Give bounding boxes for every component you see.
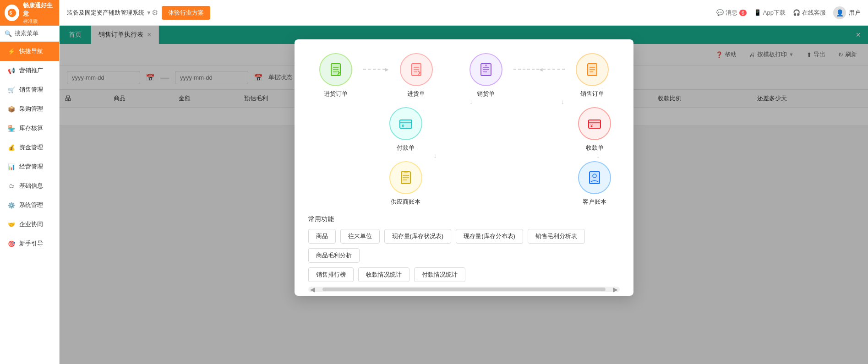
sidebar-item-system[interactable]: ⚙️ 系统管理: [0, 196, 59, 215]
sidebar-item-finance[interactable]: 💰 资金管理: [0, 138, 59, 157]
flow-node-payment-bill[interactable]: ¥ 付款单: [381, 107, 431, 152]
finance-icon: 💰: [7, 143, 16, 152]
common-funcs-section: 常用功能 商品 往来单位 现存量(库存状况表) 现存量(库存分布表) 销售毛利分…: [308, 215, 620, 282]
service-icon: 🎧: [793, 9, 800, 16]
scrollbar-left-arrow[interactable]: ◀: [310, 286, 315, 293]
flow-node-purchase-order[interactable]: 进货订单: [308, 53, 363, 98]
flow-section: 进货订单 ▶: [308, 53, 620, 206]
sidebar-item-purchase[interactable]: 📦 采购管理: [0, 99, 59, 119]
sidebar-item-operation[interactable]: 📊 经营管理: [0, 157, 59, 176]
flow-node-customer-ledger[interactable]: 客户账本: [570, 161, 620, 206]
flow-node-supplier-ledger[interactable]: 供应商账本: [381, 161, 431, 206]
basic-info-icon: 🗂: [7, 182, 16, 190]
sales-bill-icon[interactable]: [469, 53, 502, 86]
func-btn-sales-rank[interactable]: 销售排行榜: [308, 267, 354, 282]
app-download-button[interactable]: 📱 App下载: [754, 9, 786, 17]
flow-node-purchase-bill[interactable]: 进货单: [389, 53, 444, 98]
purchase-order-icon[interactable]: [319, 53, 352, 86]
purchase-icon: 📦: [7, 105, 16, 113]
modal-body: 进货订单 ▶: [295, 39, 633, 296]
flow-node-receipt-bill[interactable]: ¥ 收款单: [570, 107, 620, 152]
sidebar-item-enterprise[interactable]: 🤝 企业协同: [0, 215, 59, 234]
svg-rect-36: [404, 171, 408, 173]
purchase-order-label: 进货订单: [324, 90, 348, 98]
messages-badge: 6: [739, 10, 747, 16]
logo-icon: 6: [5, 5, 19, 21]
sidebar-item-quick-nav[interactable]: ⚡ 快捷导航: [0, 42, 59, 61]
func-btn-stock-status[interactable]: 现存量(库存状况表): [384, 229, 452, 244]
customer-ledger-label: 客户账本: [583, 198, 606, 206]
sidebar-item-sales[interactable]: 🛒 销售管理: [0, 80, 59, 99]
sidebar-item-newbie[interactable]: 🎯 新手引导: [0, 234, 59, 253]
receipt-bill-label: 收款单: [586, 144, 604, 152]
experience-button[interactable]: 体验行业方案: [162, 6, 210, 20]
func-btn-row-1: 商品 往来单位 现存量(库存状况表) 现存量(库存分布表) 销售毛利分析表 商品…: [308, 229, 620, 263]
header: 装备及固定资产辅助管理系统 ▼ ⚙ 体验行业方案 💬 消息 6 📱 App下载 …: [60, 0, 868, 26]
supplier-ledger-label: 供应商账本: [391, 198, 420, 206]
sales-order-icon[interactable]: [576, 53, 609, 86]
common-funcs-title: 常用功能: [308, 215, 620, 223]
func-btn-receipt-stats[interactable]: 收款情况统计: [358, 267, 409, 282]
settings-gear-icon[interactable]: ⚙: [152, 8, 158, 17]
supplier-ledger-icon[interactable]: [389, 161, 422, 194]
payment-bill-label: 付款单: [397, 144, 415, 152]
quick-nav-modal: 进货订单 ▶: [295, 39, 633, 296]
sidebar-nav: ⚡ 快捷导航 📢 营销推广 🛒 销售管理 📦 采购管理 🏪 库存核算 💰 资金管…: [0, 42, 59, 364]
download-icon: 📱: [754, 9, 761, 16]
system-icon: ⚙️: [7, 201, 16, 209]
scrollbar-track[interactable]: [322, 288, 606, 291]
receipt-bill-icon[interactable]: ¥: [578, 107, 611, 140]
svg-rect-17: [485, 65, 487, 66]
purchase-bill-label: 进货单: [407, 90, 425, 98]
operation-icon: 📊: [7, 163, 16, 171]
sidebar: 6 畅康通好生意 标准版 🔍 搜索菜单 ⚡ 快捷导航 📢 营销推广 🛒 销售管理…: [0, 0, 60, 364]
sidebar-item-marketing[interactable]: 📢 营销推广: [0, 61, 59, 80]
svg-text:6: 6: [9, 11, 12, 16]
message-icon: 💬: [716, 9, 724, 16]
system-title-dropdown[interactable]: 装备及固定资产辅助管理系统 ▼: [67, 9, 152, 17]
enterprise-icon: 🤝: [7, 220, 16, 228]
func-btn-product-profit[interactable]: 商品毛利分析: [308, 248, 360, 263]
customer-ledger-icon[interactable]: [578, 161, 611, 194]
marketing-icon: 📢: [7, 66, 16, 75]
modal-scrollbar[interactable]: ◀ ▶: [308, 287, 620, 292]
logo-area: 6 畅康通好生意 标准版: [0, 0, 59, 26]
func-btn-sales-profit[interactable]: 销售毛利分析表: [528, 229, 585, 244]
func-btn-row-2: 销售排行榜 收款情况统计 付款情况统计: [308, 267, 620, 282]
sales-bill-label: 销货单: [477, 90, 495, 98]
avatar: 👤: [833, 6, 846, 19]
sales-order-label: 销售订单: [580, 90, 604, 98]
inventory-icon: 🏪: [7, 124, 16, 132]
sidebar-item-inventory[interactable]: 🏪 库存核算: [0, 119, 59, 138]
svg-text:¥: ¥: [590, 124, 593, 128]
flow-node-sales-order[interactable]: 销售订单: [565, 53, 620, 98]
user-area[interactable]: 👤 用户: [833, 6, 861, 19]
scrollbar-right-arrow[interactable]: ▶: [613, 286, 618, 293]
svg-text:¥: ¥: [402, 124, 404, 128]
sales-icon: 🛒: [7, 86, 16, 94]
search-menu[interactable]: 🔍 搜索菜单: [0, 26, 59, 42]
func-btn-product[interactable]: 商品: [308, 229, 336, 244]
header-actions: 💬 消息 6 📱 App下载 🎧 在线客服 👤 用户: [716, 6, 861, 19]
purchase-bill-icon[interactable]: [400, 53, 433, 86]
quick-nav-icon: ⚡: [7, 47, 16, 55]
logo-text: 畅康通好生意 标准版: [23, 1, 55, 25]
func-btn-stock-dist[interactable]: 现存量(库存分布表): [456, 229, 523, 244]
online-service-button[interactable]: 🎧 在线客服: [793, 9, 826, 17]
messages-button[interactable]: 💬 消息 6: [716, 9, 747, 17]
func-btn-payment-stats[interactable]: 付款情况统计: [414, 267, 465, 282]
flow-node-sales-bill[interactable]: 销货单: [459, 53, 513, 98]
sidebar-item-basic-info[interactable]: 🗂 基础信息: [0, 176, 59, 196]
payment-bill-icon[interactable]: ¥: [389, 107, 422, 140]
dropdown-arrow-icon: ▼: [146, 10, 152, 16]
newbie-icon: 🎯: [7, 239, 16, 248]
func-btn-counterpart[interactable]: 往来单位: [340, 229, 380, 244]
modal-overlay[interactable]: 进货订单 ▶: [60, 26, 868, 364]
search-icon: 🔍: [5, 30, 12, 37]
